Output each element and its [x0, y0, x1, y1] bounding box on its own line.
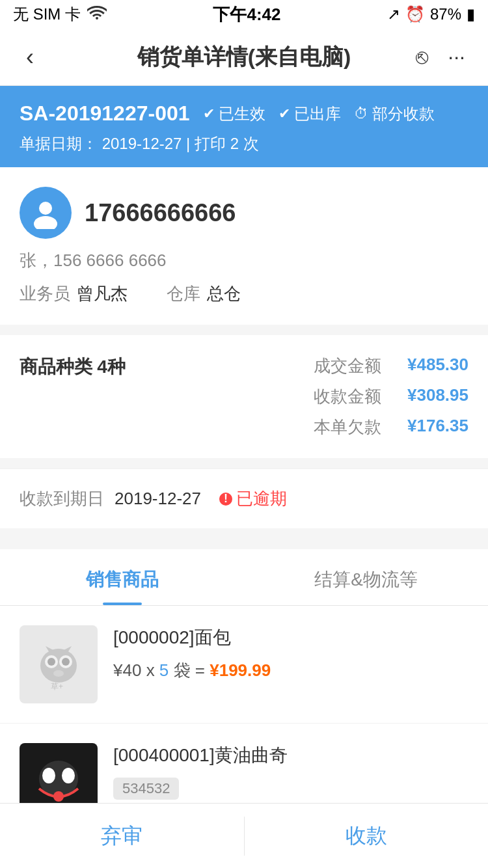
divider-2	[0, 528, 488, 539]
status-time: 下午4:42	[213, 3, 280, 26]
svg-point-14	[62, 768, 75, 783]
wifi-icon	[87, 5, 107, 23]
overdue-dot-icon: !	[219, 493, 232, 506]
list-item: 草+ [0000002]面包 ¥40 x 5 袋 = ¥199.99	[0, 606, 488, 724]
status-bar: 无 SIM 卡 下午4:42 ↗ ⏰ 87% ▮	[0, 0, 488, 29]
warehouse-value: 总仓	[207, 282, 241, 305]
amount-info: 成交金额 ¥485.30 收款金额 ¥308.95 本单欠款 ¥176.35	[314, 355, 468, 439]
product-info-1: [0000002]面包 ¥40 x 5 袋 = ¥199.99	[113, 625, 468, 682]
warehouse-label: 仓库	[167, 282, 200, 305]
owed-label: 本单欠款	[314, 416, 381, 439]
bottom-bar: 弃审 收款	[0, 803, 488, 868]
svg-text:草+: 草+	[51, 682, 63, 690]
cancel-button[interactable]: 弃审	[0, 804, 244, 868]
product-price-1: ¥40 x 5 袋 = ¥199.99	[113, 659, 468, 682]
customer-meta: 业务员 曾凡杰 仓库 总仓	[20, 282, 468, 305]
badge-shipped: ✔ 已出库	[278, 103, 341, 124]
back-button[interactable]: ‹	[20, 37, 40, 77]
confirm-button[interactable]: 收款	[245, 804, 489, 868]
customer-section: 17666666666 张，156 6666 6666 业务员 曾凡杰 仓库 总…	[0, 167, 488, 325]
received-value: ¥308.95	[407, 385, 468, 408]
customer-detail: 张，156 6666 6666	[20, 249, 468, 272]
salesperson-item: 业务员 曾凡杰	[20, 282, 128, 305]
alarm-icon: ⏰	[405, 5, 425, 23]
nav-actions: ⎋ ···	[413, 42, 468, 72]
battery-label: 87%	[430, 5, 461, 23]
due-date-value: 2019-12-27	[115, 489, 201, 509]
received-amount-row: 收款金额 ¥308.95	[314, 385, 468, 408]
svg-point-6	[62, 658, 70, 666]
page-title: 销货单详情(来自电脑)	[137, 42, 351, 72]
svg-point-15	[53, 791, 64, 802]
order-date-row: 单据日期： 2019-12-27 | 打印 2 次	[20, 133, 468, 154]
svg-point-7	[53, 670, 64, 677]
header-banner: SA-20191227-001 ✔ 已生效 ✔ 已出库 ⏱ 部分收款 单据日期：…	[0, 86, 488, 167]
product-name-1: [0000002]面包	[113, 625, 468, 650]
salesperson-value: 曾凡杰	[77, 282, 128, 305]
customer-phone: 17666666666	[85, 199, 236, 227]
chevron-left-icon: ‹	[26, 44, 34, 70]
battery-icon: ▮	[467, 5, 475, 23]
summary-section: 商品种类 4种 成交金额 ¥485.30 收款金额 ¥308.95 本单欠款 ¥…	[0, 335, 488, 458]
clock-icon: ⏱	[354, 105, 368, 122]
svg-point-2	[40, 649, 77, 683]
deal-amount-row: 成交金额 ¥485.30	[314, 355, 468, 377]
svg-point-0	[39, 202, 52, 215]
summary-row: 商品种类 4种 成交金额 ¥485.30 收款金额 ¥308.95 本单欠款 ¥…	[20, 355, 468, 439]
product-tag-2: 534532	[113, 778, 179, 800]
product-thumbnail-1: 草+	[20, 625, 98, 703]
more-button[interactable]: ···	[444, 42, 468, 72]
deal-amount-value: ¥485.30	[407, 355, 468, 377]
badge-partial: ⏱ 部分收款	[354, 103, 435, 124]
nav-bar: ‹ 销货单详情(来自电脑) ⎋ ···	[0, 29, 488, 86]
more-icon: ···	[448, 45, 465, 68]
svg-point-13	[42, 768, 55, 783]
owed-amount-row: 本单欠款 ¥176.35	[314, 416, 468, 439]
product-name-2: [000400001]黄油曲奇	[113, 743, 468, 768]
divider-1	[0, 325, 488, 335]
product-qty-1: 5	[159, 660, 169, 680]
check-icon-1: ✔	[203, 105, 215, 122]
status-left: 无 SIM 卡	[13, 4, 107, 25]
received-label: 收款金额	[314, 385, 381, 408]
owed-value: ¥176.35	[407, 416, 468, 439]
share-icon: ⎋	[416, 45, 428, 68]
tabs-section: 销售商品 结算&物流等	[0, 549, 488, 606]
owl-icon: 草+	[33, 638, 85, 690]
salesperson-label: 业务员	[20, 282, 70, 305]
overdue-badge: ! 已逾期	[211, 485, 295, 513]
no-sim-label: 无 SIM 卡	[13, 4, 81, 25]
tab-sales-products[interactable]: 销售商品	[0, 549, 244, 605]
check-icon-2: ✔	[278, 105, 290, 122]
customer-avatar	[20, 187, 72, 239]
deal-amount-label: 成交金额	[314, 355, 381, 377]
badge-effective: ✔ 已生效	[203, 103, 265, 124]
product-total-1: ¥199.99	[210, 660, 271, 680]
order-info-row: SA-20191227-001 ✔ 已生效 ✔ 已出库 ⏱ 部分收款	[20, 102, 468, 126]
overdue-text: 已逾期	[236, 487, 287, 510]
category-info: 商品种类 4种	[20, 355, 126, 379]
due-label: 收款到期日	[20, 487, 104, 510]
tab-settlement[interactable]: 结算&物流等	[244, 549, 488, 605]
user-avatar-icon	[29, 197, 62, 229]
customer-header-row: 17666666666	[20, 187, 468, 239]
svg-point-5	[47, 658, 55, 666]
location-icon: ↗	[387, 5, 400, 23]
due-date-section: 收款到期日 2019-12-27 ! 已逾期	[0, 468, 488, 528]
warehouse-item: 仓库 总仓	[167, 282, 241, 305]
status-right: ↗ ⏰ 87% ▮	[387, 5, 475, 23]
order-number: SA-20191227-001	[20, 102, 190, 126]
share-button[interactable]: ⎋	[413, 42, 431, 72]
svg-point-1	[34, 216, 57, 229]
